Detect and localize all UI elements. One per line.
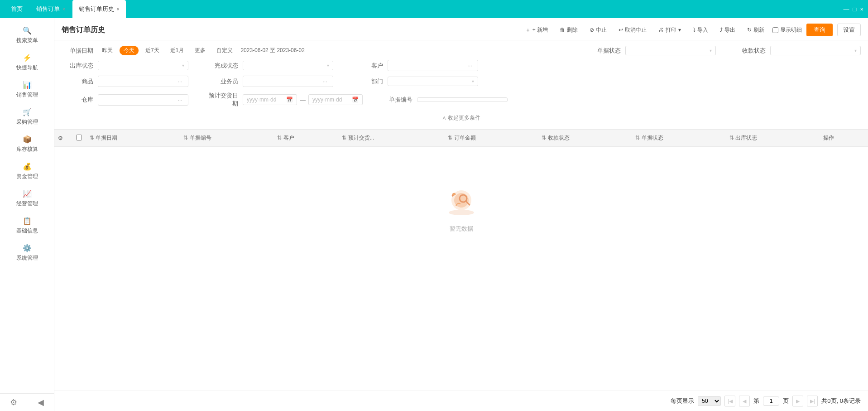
sidebar-item-finance[interactable]: 💰 资金管理 xyxy=(0,158,54,185)
customer-select[interactable]: ··· xyxy=(388,60,478,71)
receipt-status-chevron: ▾ xyxy=(854,48,857,53)
calendar-from-icon[interactable]: 📅 xyxy=(286,97,293,103)
date-tag-7days[interactable]: 近7天 xyxy=(141,46,163,55)
bill-number-label: 单据编号 xyxy=(381,96,417,104)
sidebar-item-system[interactable]: ⚙️ 系统管理 xyxy=(0,239,54,266)
date-range-display: 2023-06-02 至 2023-06-02 xyxy=(240,47,304,54)
tab-sales-order[interactable]: 销售订单 × xyxy=(30,0,72,18)
filter-row-warehouse: 仓库 ··· 预计交货日期 yyyy-mm-dd 📅 — yyyy-mm-dd … xyxy=(62,92,861,108)
warehouse-more-icon[interactable]: ··· xyxy=(176,97,184,103)
empty-icon xyxy=(443,183,480,219)
date-tag-1month[interactable]: 近1月 xyxy=(166,46,188,55)
table-col-checkbox[interactable] xyxy=(72,130,86,147)
receipt-status-select[interactable]: ▾ xyxy=(770,46,861,55)
outbound-status-select[interactable]: ▾ xyxy=(98,61,188,70)
print-icon: 🖨 xyxy=(658,27,664,33)
display-columns-checkbox[interactable] xyxy=(772,27,778,33)
basic-info-icon: 📋 xyxy=(23,217,32,225)
next-page-btn[interactable]: ▶ xyxy=(792,396,803,406)
select-all-checkbox[interactable] xyxy=(76,135,82,140)
sidebar-collapse-icon[interactable]: ◀ xyxy=(38,397,44,407)
calendar-to-icon[interactable]: 📅 xyxy=(352,97,359,103)
table-col-customer[interactable]: ⇅ 客户 xyxy=(273,130,338,147)
minimize-btn[interactable]: — xyxy=(844,6,849,13)
table-col-action: 操作 xyxy=(820,130,868,147)
tab-home[interactable]: 首页 xyxy=(5,0,29,18)
date-tag-custom[interactable]: 自定义 xyxy=(212,46,237,55)
table-area: ⚙ ⇅ 单据日期 ⇅ 单据编号 ⇅ 客户 xyxy=(54,130,868,391)
delete-button[interactable]: 🗑 删除 xyxy=(556,24,581,36)
sidebar-settings-icon[interactable]: ⚙ xyxy=(10,397,17,407)
prev-page-btn[interactable]: ◀ xyxy=(739,396,750,406)
department-select[interactable]: ▾ xyxy=(388,77,478,86)
sidebar-item-purchase[interactable]: 🛒 采购管理 xyxy=(0,103,54,131)
tab-sales-history-close[interactable]: × xyxy=(117,7,120,12)
sidebar-item-sales-label: 销售管理 xyxy=(16,91,38,99)
salesperson-more-icon[interactable]: ··· xyxy=(321,78,329,85)
delivery-date-to[interactable]: yyyy-mm-dd 📅 xyxy=(308,94,363,105)
export-button[interactable]: ⤴ 导出 xyxy=(716,24,739,36)
date-tag-more[interactable]: 更多 xyxy=(191,46,210,55)
table-col-settings[interactable]: ⚙ xyxy=(54,130,72,147)
bill-status-select[interactable]: ▾ xyxy=(625,46,716,55)
table-col-expected-delivery[interactable]: ⇅ 预计交货... xyxy=(338,130,444,147)
expected-delivery-label: 预计交货日期 xyxy=(206,92,243,108)
tab-sales-order-close[interactable]: × xyxy=(62,7,65,12)
import-button[interactable]: ⤵ 导入 xyxy=(689,24,712,36)
receipt-status-label: 收款状态 xyxy=(734,47,770,55)
sidebar-item-operations-label: 经营管理 xyxy=(16,200,38,208)
refresh-icon: ↻ xyxy=(747,27,752,33)
setting-button[interactable]: 设置 xyxy=(837,24,861,36)
cancel-stop-button[interactable]: ↩ 取消中止 xyxy=(615,24,650,36)
product-more-icon[interactable]: ··· xyxy=(176,78,184,85)
collapse-bar[interactable]: ∧ 收起更多条件 xyxy=(62,112,861,124)
col-receipt-sort-icon: ⇅ xyxy=(542,135,547,141)
sidebar-item-sales[interactable]: 📊 销售管理 xyxy=(0,76,54,103)
print-button[interactable]: 🖨 打印 ▾ xyxy=(655,24,685,36)
bill-number-input[interactable] xyxy=(417,97,508,102)
first-page-btn[interactable]: |◀ xyxy=(724,396,735,406)
salesperson-select[interactable]: ··· xyxy=(243,76,333,87)
complete-status-select[interactable]: ▾ xyxy=(243,61,333,70)
page-input[interactable] xyxy=(763,396,779,406)
sidebar-item-quicknav[interactable]: ⚡ 快捷导航 xyxy=(0,49,54,76)
department-chevron: ▾ xyxy=(472,79,474,84)
table-col-outbound-status[interactable]: ⇅ 出库状态 xyxy=(726,130,820,147)
table-col-receipt-status[interactable]: ⇅ 收款状态 xyxy=(538,130,632,147)
maximize-btn[interactable]: □ xyxy=(853,6,857,13)
delivery-date-from[interactable]: yyyy-mm-dd 📅 xyxy=(243,94,297,105)
window-close-btn[interactable]: × xyxy=(860,6,863,13)
refresh-button[interactable]: ↻ 刷新 xyxy=(743,24,768,36)
tab-sales-history[interactable]: 销售订单历史 × xyxy=(72,0,126,18)
warehouse-select[interactable]: ··· xyxy=(98,94,188,106)
svg-point-0 xyxy=(449,210,474,215)
collapse-label: 收起更多条件 xyxy=(448,115,480,121)
query-button[interactable]: 查询 xyxy=(806,24,833,36)
table-col-date[interactable]: ⇅ 单据日期 xyxy=(86,130,180,147)
date-tag-yesterday[interactable]: 昨天 xyxy=(98,46,117,55)
product-select[interactable]: ··· xyxy=(98,76,188,87)
table-col-amount[interactable]: ⇅ 订单金额 xyxy=(444,130,538,147)
col-delivery-sort-icon: ⇅ xyxy=(342,135,348,141)
bill-status-label: 单据状态 xyxy=(589,47,625,55)
filter-row-product: 商品 ··· 业务员 ··· 部门 ▾ xyxy=(62,76,861,87)
tab-bar: 首页 销售订单 × 销售订单历史 × xyxy=(5,0,844,18)
sidebar-item-inventory[interactable]: 📦 库存核算 xyxy=(0,131,54,158)
last-page-btn[interactable]: ▶| xyxy=(807,396,818,406)
sidebar-item-operations[interactable]: 📈 经营管理 xyxy=(0,185,54,212)
empty-state-cell: 暂无数据 xyxy=(54,147,868,270)
display-columns-checkbox-label: 显示明细 xyxy=(772,26,802,34)
collapse-up-icon: ∧ xyxy=(442,115,448,121)
customer-more-icon[interactable]: ··· xyxy=(465,62,474,69)
outbound-label: 出库状态 xyxy=(62,62,98,70)
table-col-bill-status[interactable]: ⇅ 单据状态 xyxy=(632,130,725,147)
new-button[interactable]: ＋ + 新增 xyxy=(522,24,551,36)
sidebar-item-basic-info[interactable]: 📋 基础信息 xyxy=(0,212,54,239)
date-tag-today[interactable]: 今天 xyxy=(120,46,139,55)
stop-button[interactable]: ⊘ 中止 xyxy=(586,24,610,36)
sidebar-item-search[interactable]: 🔍 搜索菜单 xyxy=(0,22,54,49)
total-info: 共0页, 0条记录 xyxy=(821,397,861,405)
warehouse-label: 仓库 xyxy=(62,96,98,104)
page-size-select[interactable]: 50 20 100 xyxy=(698,396,721,406)
table-col-number[interactable]: ⇅ 单据编号 xyxy=(180,130,273,147)
